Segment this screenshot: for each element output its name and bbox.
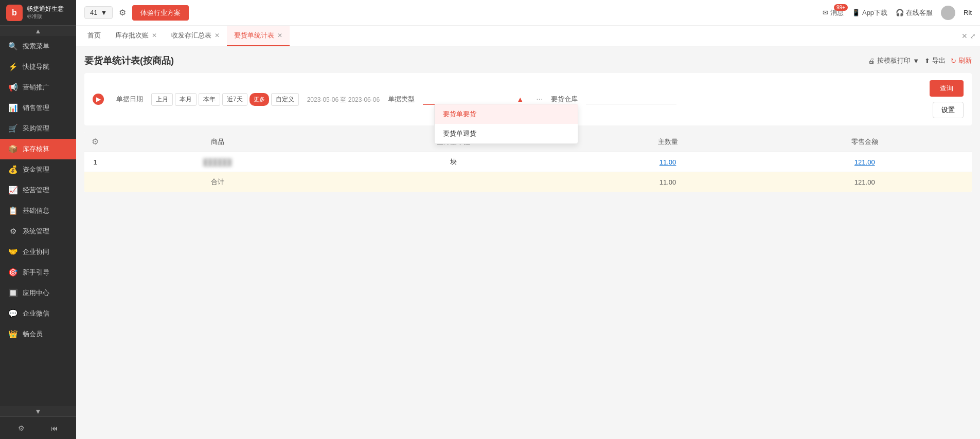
window-close-icon[interactable]: ✕ [961, 32, 968, 40]
filter-more-icon[interactable]: ··· [536, 95, 543, 104]
date-btn-this-year[interactable]: 本年 [199, 93, 220, 106]
query-button[interactable]: 查询 [930, 80, 964, 97]
wechat-icon: 💬 [7, 308, 19, 319]
type-filter-input[interactable] [425, 95, 516, 103]
sidebar-item-label: 畅会员 [23, 330, 43, 339]
app-logo-icon: b [6, 5, 23, 21]
date-btn-7days[interactable]: 近7天 [222, 93, 247, 106]
sidebar-item-basicinfo[interactable]: 📋 基础信息 [0, 200, 76, 221]
header-left: 41 ▼ ⚙ 体验行业方案 [84, 5, 189, 21]
notification-badge-count: 99+ [834, 4, 848, 11]
table-settings-icon[interactable]: ⚙ [92, 137, 99, 146]
date-btn-this-month[interactable]: 本月 [175, 93, 197, 106]
tab-order-stats[interactable]: 要货单统计表 ✕ [227, 26, 290, 46]
sidebar-settings-btn[interactable]: ⚙ [18, 424, 25, 432]
col-quantity-header: 主数量 [578, 132, 758, 152]
sidebar-item-wechat[interactable]: 💬 企业微信 [0, 303, 76, 324]
online-service-area[interactable]: 🎧 在线客服 [896, 8, 933, 17]
col-settings-header[interactable]: ⚙ [84, 132, 106, 152]
footer-quantity: 11.00 [578, 172, 758, 192]
brand-name: 畅捷通好生意 [27, 5, 64, 13]
row-product-value: ██████ [203, 158, 231, 166]
settings-button[interactable]: 设置 [933, 102, 964, 118]
service-icon: 🎧 [896, 9, 904, 16]
sidebar-item-label: 库存核算 [23, 144, 49, 154]
tab-stock-summary-close[interactable]: ✕ [215, 32, 220, 39]
tab-stock-summary[interactable]: 收发存汇总表 ✕ [164, 26, 227, 46]
sidebar-item-label: 应用中心 [23, 288, 49, 298]
dropdown-option-return-goods[interactable]: 要货单退货 [435, 124, 578, 143]
sidebar-item-guide[interactable]: 🎯 新手引导 [0, 262, 76, 283]
filter-expand-btn[interactable]: ▶ [93, 94, 104, 105]
management-icon: 📈 [7, 185, 19, 196]
notification-area[interactable]: ✉ 消息 99+ [823, 8, 844, 17]
sidebar-item-member[interactable]: 👑 畅会员 [0, 324, 76, 344]
app-download-area[interactable]: 📱 App下载 [852, 8, 887, 17]
warehouse-filter-input[interactable] [586, 94, 676, 104]
type-filter-label: 单据类型 [388, 95, 415, 104]
sidebar-item-appcenter[interactable]: 🔲 应用中心 [0, 283, 76, 303]
sidebar-item-label: 销售管理 [23, 103, 49, 113]
sales-icon: 📊 [7, 102, 19, 114]
user-name: Rit [964, 9, 972, 16]
print-dropdown-icon: ▼ [913, 57, 919, 65]
page-content: 要货单统计表(按商品) 🖨 按模板打印 ▼ ⬆ 导出 ↻ 刷新 [76, 46, 980, 439]
sidebar-item-system[interactable]: ⚙ 系统管理 [0, 221, 76, 242]
sidebar-item-enterprise[interactable]: 🤝 企业协同 [0, 242, 76, 262]
row-unit: 块 [329, 152, 578, 172]
dropdown-option-order-goods[interactable]: 要货单要货 [435, 104, 578, 124]
refresh-btn[interactable]: ↻ 刷新 [951, 56, 972, 65]
date-btn-last-month[interactable]: 上月 [151, 93, 173, 106]
sidebar-item-finance[interactable]: 💰 资金管理 [0, 159, 76, 180]
header-settings-icon[interactable]: ⚙ [119, 8, 126, 17]
footer-row: 合计 11.00 121.00 [84, 172, 972, 192]
sidebar-item-label: 资金管理 [23, 165, 49, 174]
table-row: 1 ██████ 块 11.00 121.00 [84, 152, 972, 172]
main-area: 41 ▼ ⚙ 体验行业方案 ✉ 消息 99+ 📱 App下载 🎧 在线客服 Ri… [76, 0, 980, 439]
sidebar-item-label: 营销推广 [23, 83, 49, 92]
tab-order-stats-close[interactable]: ✕ [277, 32, 282, 39]
sidebar-scroll-down[interactable]: ▼ [0, 406, 76, 416]
window-maximize-icon[interactable]: ⤢ [970, 32, 976, 40]
sidebar-item-quicknav[interactable]: ⚡ 快捷导航 [0, 57, 76, 77]
tab-inventory-batch-close[interactable]: ✕ [152, 32, 157, 39]
tab-home[interactable]: 首页 [80, 26, 108, 46]
type-filter-select[interactable]: ▲ [423, 94, 526, 105]
print-btn-label: 按模板打印 [877, 56, 911, 65]
sidebar-footer: ⚙ ⏮ [0, 416, 76, 439]
sidebar-collapse-btn[interactable]: ⏮ [51, 424, 58, 432]
tab-inventory-batch[interactable]: 库存批次账 ✕ [108, 26, 164, 46]
notification-icon: ✉ [823, 9, 828, 16]
sidebar-scroll-up[interactable]: ▲ [0, 26, 76, 36]
tab-inventory-batch-label: 库存批次账 [115, 31, 149, 40]
trial-button[interactable]: 体验行业方案 [132, 5, 189, 21]
filter-area: ▶ 单据日期 上月 本月 本年 近7天 更多 自定义 2023-05-06 至 … [84, 73, 972, 125]
footer-empty-1 [84, 172, 106, 192]
type-filter-chevron-icon[interactable]: ▲ [516, 95, 524, 103]
search-icon: 🔍 [7, 41, 19, 52]
export-btn[interactable]: ⬆ 导出 [924, 56, 946, 65]
date-btn-custom[interactable]: 自定义 [271, 93, 299, 106]
row-quantity-link[interactable]: 11.00 [660, 158, 676, 166]
row-quantity: 11.00 [578, 152, 758, 172]
sidebar-item-management[interactable]: 📈 经营管理 [0, 180, 76, 200]
sidebar-item-search[interactable]: 🔍 搜索菜单 [0, 36, 76, 57]
row-amount: 121.00 [757, 152, 972, 172]
brand-sub: 标准版 [27, 13, 64, 20]
sidebar-item-sales[interactable]: 📊 销售管理 [0, 98, 76, 118]
print-btn[interactable]: 🖨 按模板打印 ▼ [868, 56, 919, 65]
sidebar-item-purchase[interactable]: 🛒 采购管理 [0, 118, 76, 139]
guide-icon: 🎯 [7, 267, 19, 278]
sidebar: b 畅捷通好生意 标准版 ▲ 🔍 搜索菜单 ⚡ 快捷导航 📢 营销推广 📊 销售… [0, 0, 76, 439]
sidebar-item-inventory[interactable]: 📦 库存核算 [0, 139, 76, 159]
type-dropdown-menu: 要货单要货 要货单退货 [434, 104, 578, 144]
sidebar-item-label: 采购管理 [23, 124, 49, 133]
row-amount-link[interactable]: 121.00 [854, 158, 875, 166]
date-btn-more[interactable]: 更多 [250, 93, 269, 106]
phone-icon: 📱 [852, 9, 860, 16]
sidebar-item-marketing[interactable]: 📢 营销推广 [0, 77, 76, 98]
marketing-icon: 📢 [7, 82, 19, 93]
user-avatar[interactable] [941, 6, 955, 20]
sidebar-item-label: 搜索菜单 [23, 42, 49, 51]
company-selector[interactable]: 41 ▼ [84, 6, 113, 19]
